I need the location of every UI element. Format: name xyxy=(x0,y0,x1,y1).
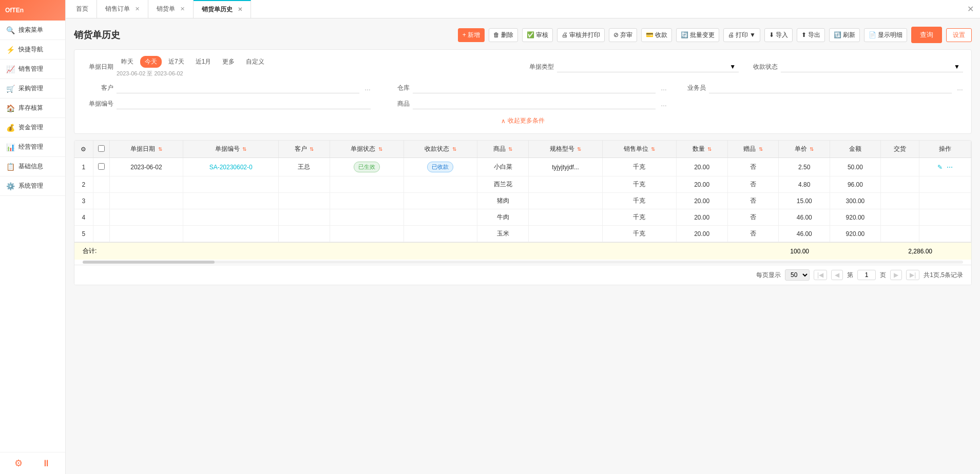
col-settings[interactable]: ⚙ xyxy=(74,141,93,158)
review-button[interactable]: ✅ 审核 xyxy=(522,28,553,42)
tab-delivery-close[interactable]: ✕ xyxy=(180,6,185,12)
goods-dots[interactable]: … xyxy=(661,101,667,108)
pagination-prev[interactable]: ◀ xyxy=(831,270,843,280)
col-date[interactable]: 单据日期 ⇅ xyxy=(109,141,183,158)
col-gift[interactable]: 赠品 ⇅ xyxy=(727,141,779,158)
sidebar-item-inventory[interactable]: 🏠 库存核算 xyxy=(0,98,65,118)
delete-button[interactable]: 🗑 删除 xyxy=(489,28,518,42)
tab-history-close[interactable]: ✕ xyxy=(238,6,242,13)
date-today[interactable]: 今天 xyxy=(140,56,162,68)
import-button[interactable]: ⬇ 导入 xyxy=(764,28,793,42)
col-docstatus[interactable]: 单据状态 ⇅ xyxy=(330,141,403,158)
date-custom[interactable]: 自定义 xyxy=(241,56,269,68)
import-icon: ⬇ xyxy=(769,31,774,38)
chevron-up-icon: ∧ xyxy=(501,117,506,125)
table-row: 1 2023-06-02 SA-20230602-0 王总 已生效 已收款 小白… xyxy=(74,158,971,176)
sidebar-item-search[interactable]: 🔍 搜索菜单 xyxy=(0,21,65,40)
filter-warehouse-input[interactable] xyxy=(413,83,656,93)
row-checkbox[interactable] xyxy=(98,163,105,170)
col-customer[interactable]: 客户 ⇅ xyxy=(278,141,330,158)
total-label: 合计: xyxy=(83,247,97,255)
filter-customer-input[interactable] xyxy=(117,83,359,93)
pagination-next[interactable]: ▶ xyxy=(890,270,902,280)
add-button[interactable]: + 新增 xyxy=(458,28,485,42)
scrollbar-thumb[interactable] xyxy=(83,261,215,264)
col-price[interactable]: 单价 ⇅ xyxy=(779,141,830,158)
col-goods-label: 商品 xyxy=(493,145,506,152)
col-docno[interactable]: 单据编号 ⇅ xyxy=(183,141,279,158)
filter-docno-input[interactable] xyxy=(117,98,371,109)
sidebar-item-system[interactable]: ⚙️ 系统管理 xyxy=(0,176,65,196)
date-7days[interactable]: 近7天 xyxy=(164,56,189,68)
tab-sales-order-close[interactable]: ✕ xyxy=(135,6,140,12)
display-button[interactable]: 📄 显示明细 xyxy=(864,28,907,42)
warehouse-dots[interactable]: … xyxy=(661,85,667,92)
receive-button[interactable]: 💳 收款 xyxy=(641,28,672,42)
page-title: 销货单历史 xyxy=(74,29,120,41)
sidebar-item-finance-label: 资金管理 xyxy=(18,123,43,132)
col-paystatus[interactable]: 收款状态 ⇅ xyxy=(403,141,477,158)
col-qty[interactable]: 数量 ⇅ xyxy=(676,141,727,158)
agent-dots[interactable]: … xyxy=(957,85,963,92)
sidebar: OfTEn 🔍 搜索菜单 ⚡ 快捷导航 📈 销售管理 🛒 采购管理 🏠 库存核算… xyxy=(0,0,66,474)
per-page-label: 每页显示 xyxy=(756,271,781,280)
batch-change-button[interactable]: 🔄 批量变更 xyxy=(676,28,719,42)
query-button[interactable]: 查询 xyxy=(911,27,942,43)
date-1month[interactable]: 近1月 xyxy=(191,56,216,68)
more-op[interactable]: ⋯ xyxy=(945,164,955,171)
col-spec[interactable]: 规格型号 ⇅ xyxy=(529,141,603,158)
refresh-button[interactable]: 🔃 刷新 xyxy=(829,28,860,42)
tab-delivery[interactable]: 销货单 ✕ xyxy=(148,0,194,18)
date-yesterday[interactable]: 昨天 xyxy=(117,56,138,68)
quicknav-icon: ⚡ xyxy=(6,46,14,54)
col-op-label: 操作 xyxy=(939,145,951,152)
sidebar-item-purchase[interactable]: 🛒 采购管理 xyxy=(0,79,65,98)
sidebar-item-business[interactable]: 📊 经营管理 xyxy=(0,137,65,157)
filter-status-select[interactable]: ▼ xyxy=(781,62,963,72)
customer-dots[interactable]: … xyxy=(364,85,371,92)
print-button[interactable]: 🖨 打印 ▼ xyxy=(723,28,760,42)
collapse-button[interactable]: ∧ 收起更多条件 xyxy=(499,114,547,127)
col-unit[interactable]: 销售单位 ⇅ xyxy=(602,141,676,158)
cell-goods: 猪肉 xyxy=(477,193,529,209)
filter-agent-label: 业务员 xyxy=(675,84,706,92)
sidebar-item-basic[interactable]: 📋 基础信息 xyxy=(0,157,65,176)
setting-button[interactable]: 设置 xyxy=(946,28,972,42)
sidebar-item-quicknav[interactable]: ⚡ 快捷导航 xyxy=(0,40,65,60)
tab-sales-order[interactable]: 销售订单 ✕ xyxy=(97,0,148,18)
cell-spec xyxy=(529,176,603,193)
cell-unit: 千克 xyxy=(602,193,676,209)
tab-history[interactable]: 销货单历史 ✕ xyxy=(194,0,251,18)
cell-gift: 否 xyxy=(727,226,779,242)
date-more[interactable]: 更多 xyxy=(218,56,239,68)
tab-close-all[interactable]: ✕ xyxy=(961,4,980,14)
print-review-button[interactable]: 🖨 审核并打印 xyxy=(557,28,605,42)
cell-date xyxy=(109,193,183,209)
sidebar-item-finance[interactable]: 💰 资金管理 xyxy=(0,118,65,137)
col-paystatus-label: 收款状态 xyxy=(425,145,449,152)
scrollbar-track[interactable] xyxy=(83,261,963,264)
col-spec-sort: ⇅ xyxy=(577,146,581,152)
filter-goods-input[interactable] xyxy=(413,98,656,109)
filter-row-3: 单据编号 商品 … xyxy=(83,98,963,109)
export-button[interactable]: ⬆ 导出 xyxy=(797,28,825,42)
cell-gift: 否 xyxy=(727,193,779,209)
abandon-button[interactable]: ⊘ 弃审 xyxy=(609,28,637,42)
sidebar-settings-icon[interactable]: ⚙ xyxy=(14,458,23,469)
select-all-checkbox[interactable] xyxy=(98,145,105,152)
tab-home[interactable]: 首页 xyxy=(66,0,97,18)
pagination-last[interactable]: ▶| xyxy=(906,270,919,280)
col-goods[interactable]: 商品 ⇅ xyxy=(477,141,529,158)
filter-type-select[interactable]: ▼ xyxy=(557,62,739,72)
filter-agent-input[interactable] xyxy=(709,83,952,93)
col-docno-sort: ⇅ xyxy=(242,146,246,152)
sidebar-item-search-label: 搜索菜单 xyxy=(18,26,43,34)
edit-op[interactable]: ✎ xyxy=(935,164,945,171)
col-delivery: 交货 xyxy=(880,141,919,158)
cell-amount: 300.00 xyxy=(830,193,881,209)
page-input[interactable] xyxy=(857,270,876,280)
sidebar-item-sales[interactable]: 📈 销售管理 xyxy=(0,60,65,79)
per-page-select[interactable]: 50 xyxy=(785,269,810,281)
sidebar-toggle-icon[interactable]: ⏸ xyxy=(42,458,51,469)
pagination-first[interactable]: |◀ xyxy=(814,270,827,280)
